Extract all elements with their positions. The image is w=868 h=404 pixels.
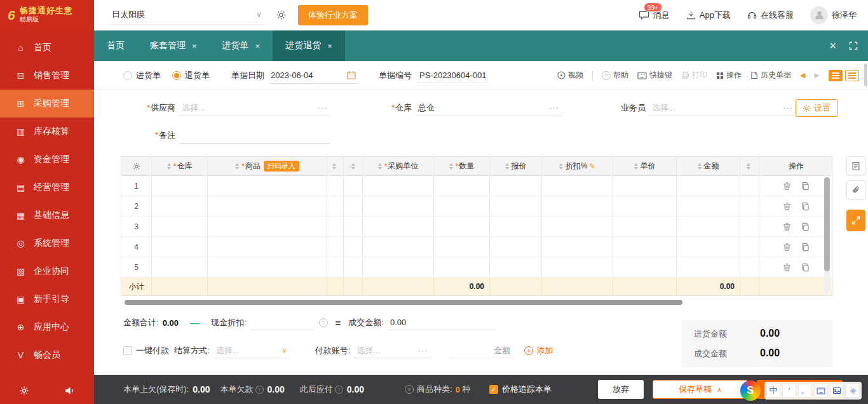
help-question-icon[interactable]: ? [255,386,264,394]
detail-view-toggle[interactable] [845,70,859,81]
delete-row-icon[interactable] [783,202,791,211]
cell[interactable] [344,217,363,236]
tab-purchase-order[interactable]: 进货单× [210,30,273,61]
cell[interactable] [152,237,208,257]
cell[interactable] [613,237,677,257]
sidebar-item-app-center[interactable]: ⊕应用中心 [0,313,94,341]
grid-vertical-scrollbar[interactable] [824,177,830,294]
list-view-toggle[interactable] [829,70,843,81]
header-qty[interactable]: *数量 [434,157,490,175]
copy-row-icon[interactable] [801,243,810,252]
attachment-paperclip-icon[interactable] [846,180,865,199]
sidebar-item-home[interactable]: ⌂首页 [0,34,94,62]
cell[interactable] [327,217,344,236]
sidebar-item-base-info[interactable]: ▦基础信息 [0,201,94,229]
salesman-input[interactable]: 选择... ··· [649,100,796,116]
header-discount[interactable]: 折扣%✎ [542,157,613,175]
sidebar-item-guide[interactable]: ▣新手引导 [0,285,94,313]
grid-horizontal-scrollbar[interactable] [125,300,832,305]
cell[interactable] [542,196,613,216]
warehouse-input[interactable]: 总仓 ··· [416,100,562,116]
supplier-more-icon[interactable]: ··· [318,103,328,112]
header-warehouse[interactable]: *仓库 [152,157,208,175]
help-button[interactable]: ? 帮助 [602,70,628,81]
cell[interactable] [677,257,740,277]
user-menu[interactable]: 徐泽华 [810,6,857,24]
cell[interactable] [152,176,208,196]
cell[interactable] [152,217,208,236]
cell[interactable] [363,257,434,277]
cell[interactable] [740,257,759,277]
ime-wrench-icon[interactable] [846,384,860,398]
cell[interactable] [344,176,363,196]
cell[interactable] [613,217,677,236]
cell[interactable] [677,217,740,236]
cell[interactable] [344,257,363,277]
sort-icon[interactable] [634,163,638,170]
one-click-pay-checkbox[interactable] [123,346,132,355]
header-product[interactable]: *商品扫码录入 [208,157,327,175]
sidebar-settings-gear-icon[interactable] [19,386,29,396]
scrollbar-thumb[interactable] [125,300,682,305]
cell[interactable] [434,237,490,257]
cell[interactable] [208,217,327,236]
online-service-button[interactable]: 在线客服 [747,10,794,21]
cell[interactable] [740,217,759,236]
cell[interactable] [344,196,363,216]
sort-icon[interactable] [449,163,453,170]
cell[interactable] [327,237,344,257]
cell[interactable] [740,196,759,216]
cell[interactable] [152,257,208,277]
header-extra-3[interactable] [740,157,759,175]
ime-period-key[interactable]: 。 [798,384,812,398]
cell[interactable] [363,196,434,216]
tab-purchase-return[interactable]: 进货退货× [273,30,345,61]
cell[interactable] [740,176,759,196]
app-download-button[interactable]: App下载 [686,10,731,21]
cell[interactable] [208,257,327,277]
delete-row-icon[interactable] [783,182,791,191]
sort-icon[interactable] [505,163,509,170]
sidebar-item-member[interactable]: Ⅴ畅会员 [0,341,94,369]
cell[interactable] [344,237,363,257]
save-draft-button[interactable]: 保存草稿 ∧ [653,380,748,399]
cell[interactable] [363,217,434,236]
sidebar-item-system[interactable]: ◎系统管理 [0,229,94,257]
messages-button[interactable]: 消息 99+ [639,10,670,21]
cell[interactable] [490,237,542,257]
ime-keyboard-icon[interactable] [814,384,828,398]
cell[interactable] [363,237,434,257]
related-docs-icon[interactable] [846,156,865,175]
trial-plan-button[interactable]: 体验行业方案 [298,5,368,25]
cell[interactable] [740,237,759,257]
sort-icon[interactable] [235,163,239,170]
tab-account-books[interactable]: 账套管理× [137,30,210,61]
pay-amount-input[interactable]: 金额 [449,343,513,358]
pay-account-input[interactable]: 选择... ··· [354,343,430,358]
copy-row-icon[interactable] [801,263,810,272]
cell[interactable] [434,217,490,236]
operations-button[interactable]: 操作 [716,70,742,81]
cell[interactable] [677,237,740,257]
header-extra-1[interactable] [327,157,344,175]
close-all-tabs-icon[interactable]: × [829,39,836,53]
cell[interactable] [542,237,613,257]
radio-return-order[interactable]: 退货单 [172,70,210,81]
discard-button[interactable]: 放弃 [598,380,644,399]
cell[interactable] [677,196,740,216]
sort-icon[interactable] [351,163,355,170]
header-price[interactable]: 单价 [613,157,677,175]
date-input[interactable]: 2023-06-04 [269,67,357,84]
settings-button[interactable]: 设置 [796,99,837,117]
help-question-icon[interactable]: ? [335,386,343,394]
copy-row-icon[interactable] [801,222,810,231]
ime-punctuation-key[interactable]: ’ [782,384,796,398]
cell[interactable] [490,257,542,277]
header-amount[interactable]: 金额 [677,157,740,175]
sound-icon[interactable] [65,386,75,395]
cell[interactable] [208,237,327,257]
cell[interactable] [434,176,490,196]
fullscreen-icon[interactable] [849,41,858,50]
scan-entry-badge[interactable]: 扫码录入 [264,161,299,172]
cell[interactable] [363,176,434,196]
